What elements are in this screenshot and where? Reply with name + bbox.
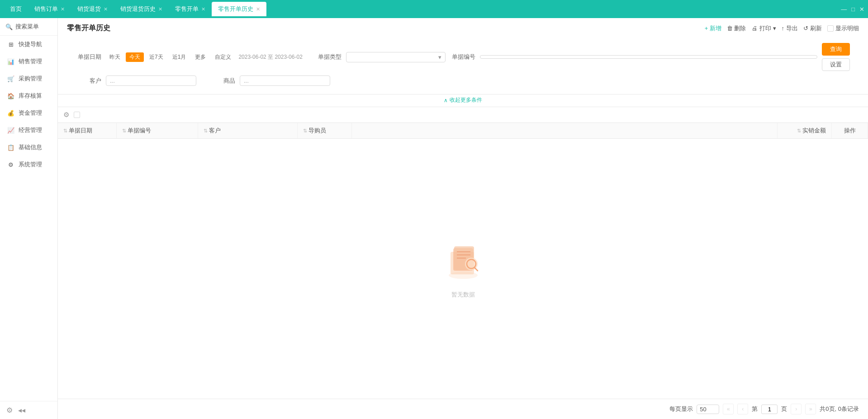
page-number-input[interactable] <box>761 405 778 414</box>
sidebar-item-inventory[interactable]: 🏠 库存核算 <box>0 87 57 104</box>
customer-label: 客户 <box>76 77 101 85</box>
close-retail-open-history-tab[interactable]: ✕ <box>256 6 260 12</box>
search-icon: 🔍 <box>5 24 13 30</box>
sort-amount-icon[interactable]: ⇅ <box>797 128 801 134</box>
select-all-checkbox[interactable] <box>74 112 80 118</box>
next-page-button[interactable]: › <box>791 404 802 414</box>
display-detail-checkbox[interactable] <box>827 25 834 32</box>
date-pills: 昨天 今天 近7天 近1月 更多 自定义 2023-06-02 至 2023-0… <box>106 52 303 62</box>
window-controls: — □ ✕ <box>841 6 864 13</box>
date-pill-custom[interactable]: 自定义 <box>211 52 235 62</box>
window-maximize[interactable]: □ <box>851 6 855 13</box>
filter-row-1: 单据日期 昨天 今天 近7天 近1月 更多 自定义 2023-06-02 至 2… <box>76 43 850 71</box>
page-suffix: 页 <box>781 405 787 413</box>
close-retail-open-tab[interactable]: ✕ <box>201 6 205 12</box>
per-page-select[interactable]: 10 20 50 100 <box>697 405 719 414</box>
print-icon: 🖨 <box>752 25 758 32</box>
th-guide: ⇅ 导购员 <box>298 123 352 138</box>
tab-retail-open-history[interactable]: 零售开单历史 ✕ <box>212 2 266 16</box>
sidebar-item-sales-mgmt[interactable]: 📊 销售管理 <box>0 53 57 70</box>
doc-type-chevron-icon: ▾ <box>438 54 441 61</box>
setting-button[interactable]: 设置 <box>822 58 850 71</box>
main-layout: 🔍 搜索菜单 ⊞ 快捷导航 📊 销售管理 🛒 采购管理 🏠 库存核算 💰 资金管… <box>0 18 868 419</box>
goods-input[interactable]: ... <box>240 75 330 86</box>
sidebar-item-sys-mgmt[interactable]: ⚙ 系统管理 <box>0 156 57 173</box>
sidebar-item-quick-nav[interactable]: ⊞ 快捷导航 <box>0 36 57 53</box>
query-button[interactable]: 查询 <box>822 43 850 56</box>
add-button[interactable]: + 新增 <box>705 24 721 33</box>
date-pill-1month[interactable]: 近1月 <box>169 52 190 62</box>
table-settings-icon[interactable]: ⚙ <box>63 111 69 119</box>
first-page-button[interactable]: « <box>723 404 734 414</box>
date-pill-more[interactable]: 更多 <box>191 52 209 62</box>
sort-guide-icon[interactable]: ⇅ <box>303 128 307 134</box>
close-sales-return-history-tab[interactable]: ✕ <box>158 6 162 12</box>
customer-placeholder: ... <box>110 77 115 84</box>
doc-no-input[interactable] <box>480 55 817 59</box>
print-button[interactable]: 🖨 打印 ▾ <box>752 24 776 33</box>
empty-illustration <box>441 239 486 284</box>
th-no: ⇅ 单据编号 <box>117 123 198 138</box>
sort-no-icon[interactable]: ⇅ <box>122 128 126 134</box>
sidebar-item-basic-info[interactable]: 📋 基础信息 <box>0 139 57 156</box>
th-amount: ⇅ 实销金额 <box>778 123 832 138</box>
tab-sales-order[interactable]: 销售订单 ✕ <box>28 2 71 16</box>
sidebar-item-purchase-mgmt[interactable]: 🛒 采购管理 <box>0 70 57 87</box>
empty-text: 暂无数据 <box>451 291 475 299</box>
doc-no-label: 单据编号 <box>450 53 475 61</box>
finance-icon: 💰 <box>7 110 15 117</box>
tab-sales-return-history[interactable]: 销货退货历史 ✕ <box>114 2 169 16</box>
window-close[interactable]: ✕ <box>859 6 864 13</box>
close-sales-order-tab[interactable]: ✕ <box>61 6 65 12</box>
date-pill-today[interactable]: 今天 <box>126 52 144 62</box>
tab-home[interactable]: 首页 <box>4 2 28 16</box>
filter-row-2: 客户 ... 商品 ... <box>76 75 850 86</box>
quick-nav-icon: ⊞ <box>7 41 15 48</box>
doc-type-select[interactable]: ▾ <box>346 52 446 62</box>
sales-mgmt-icon: 📊 <box>7 58 15 65</box>
tab-retail-open[interactable]: 零售开单 ✕ <box>169 2 212 16</box>
basic-info-icon: 📋 <box>7 144 15 151</box>
per-page-label: 每页显示 <box>669 405 693 413</box>
display-detail-toggle[interactable]: 显示明细 <box>827 24 859 33</box>
collapse-filter-button[interactable]: ∧ 收起更多条件 <box>444 96 482 104</box>
window-minimize[interactable]: — <box>841 6 847 13</box>
sidebar-item-finance[interactable]: 💰 资金管理 <box>0 104 57 122</box>
sort-customer-icon[interactable]: ⇅ <box>204 128 208 134</box>
collapse-row: ∧ 收起更多条件 <box>58 94 868 107</box>
date-pill-yesterday[interactable]: 昨天 <box>106 52 124 62</box>
th-action: 操作 <box>832 123 868 138</box>
toolbar: + 新增 🗑 删除 🖨 打印 ▾ ↑ 导出 ↺ 刷新 <box>705 24 859 33</box>
page-header: 零售开单历史 + 新增 🗑 删除 🖨 打印 ▾ ↑ 导出 ↺ <box>58 18 868 94</box>
filter-area: 单据日期 昨天 今天 近7天 近1月 更多 自定义 2023-06-02 至 2… <box>67 38 859 94</box>
tab-sales-return[interactable]: 销货退货 ✕ <box>71 2 114 16</box>
customer-input[interactable]: ... <box>106 75 196 86</box>
refresh-button[interactable]: ↺ 刷新 <box>803 24 822 33</box>
prev-page-button[interactable]: ‹ <box>737 404 748 414</box>
total-info: 共0页, 0条记录 <box>820 405 859 413</box>
goods-label: 商品 <box>210 77 235 85</box>
date-pill-7days[interactable]: 近7天 <box>146 52 167 62</box>
sidebar-collapse-button[interactable]: ◂◂ <box>18 406 25 414</box>
delete-button[interactable]: 🗑 删除 <box>727 24 746 33</box>
last-page-button[interactable]: » <box>805 404 816 414</box>
sidebar-gear-button[interactable]: ⚙ <box>6 406 13 414</box>
sidebar-item-operations[interactable]: 📈 经营管理 <box>0 122 57 139</box>
export-button[interactable]: ↑ 导出 <box>782 24 798 33</box>
table-header: ⇅ 单据日期 ⇅ 单据编号 ⇅ 客户 ⇅ 导购员 ⇅ 实销 <box>58 123 868 139</box>
table-container: ⚙ ⇅ 单据日期 ⇅ 单据编号 ⇅ 客户 ⇅ 导购员 <box>58 107 868 399</box>
inventory-icon: 🏠 <box>7 93 15 99</box>
sidebar-search[interactable]: 🔍 搜索菜单 <box>0 18 57 36</box>
doc-type-label: 单据类型 <box>316 53 342 61</box>
export-icon: ↑ <box>782 25 785 32</box>
purchase-mgmt-icon: 🛒 <box>7 75 15 82</box>
table-toolbar: ⚙ <box>58 107 868 123</box>
page-label: 第 <box>752 405 758 413</box>
date-filter-label: 单据日期 <box>76 53 101 61</box>
th-customer: ⇅ 客户 <box>198 123 298 138</box>
content-area: 零售开单历史 + 新增 🗑 删除 🖨 打印 ▾ ↑ 导出 ↺ <box>58 18 868 419</box>
sidebar-bottom: ⚙ ◂◂ <box>0 401 57 419</box>
sort-date-icon[interactable]: ⇅ <box>63 128 67 134</box>
th-date: ⇅ 单据日期 <box>58 123 117 138</box>
close-sales-return-tab[interactable]: ✕ <box>104 6 108 12</box>
